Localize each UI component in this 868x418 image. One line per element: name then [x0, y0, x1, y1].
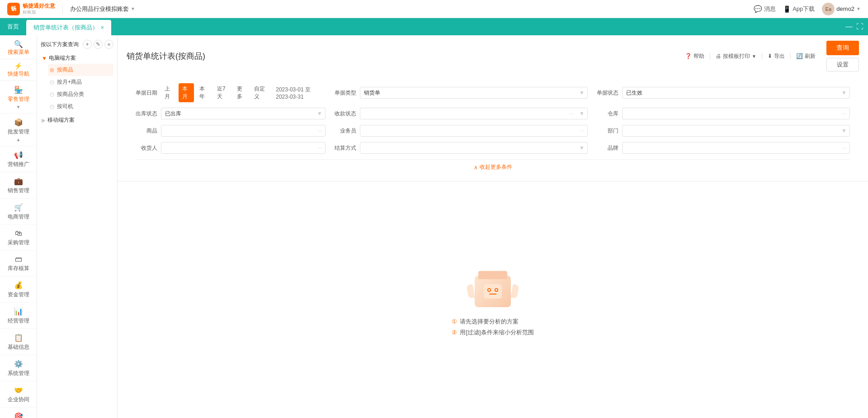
user-area[interactable]: Ea demo2 ▼ — [822, 3, 861, 15]
date-btn-more[interactable]: 更多 — [233, 83, 249, 102]
page-header: 销货单统计表(按商品) ❓ 帮助 🖨 按模板打印 ▼ — [118, 35, 868, 181]
salesperson-more-icon[interactable]: ··· — [577, 128, 587, 134]
pc-scheme-category: ▼ 电脑端方案 ◎ 按商品 ㊀ 按月+商品 ㊀ 按商品分类 — [41, 52, 113, 113]
outstatus-wrapper[interactable]: ▼ — [161, 108, 326, 119]
date-btn-thisyear[interactable]: 本年 — [196, 83, 212, 102]
settlement-input[interactable] — [360, 142, 576, 153]
refresh-btn[interactable]: 🔄 刷新 — [796, 52, 816, 60]
receiver-input[interactable] — [161, 142, 315, 153]
scheme-item-month-product[interactable]: ㊀ 按月+商品 — [48, 76, 113, 88]
payment-more-icon[interactable]: ··· — [566, 110, 576, 117]
payment-dropdown-icon[interactable]: ▼ — [576, 110, 587, 117]
sidebar-item-ecommerce[interactable]: 🛒 电商管理 — [0, 199, 37, 225]
receiver-more-icon[interactable]: ··· — [315, 145, 325, 151]
sidebar-item-operation[interactable]: 📊 经营管理 — [0, 303, 37, 329]
department-input[interactable] — [623, 125, 839, 136]
doctype-dropdown-icon[interactable]: ▼ — [576, 90, 587, 96]
payment-input[interactable] — [360, 108, 566, 119]
sidebar-item-retail[interactable]: 🏪 零售管理 ▼ — [0, 81, 37, 114]
sidebar-item-basic[interactable]: 📋 基础信息 — [0, 329, 37, 355]
brand-input[interactable] — [623, 142, 840, 153]
scheme-item-category[interactable]: ㊀ 按商品分类 — [48, 88, 113, 100]
marketing-icon: 📢 — [14, 151, 23, 159]
sidebar-item-wholesale[interactable]: 📦 批发管理 ▲ — [0, 114, 37, 146]
scheme-item-driver[interactable]: ㊀ 按司机 — [48, 100, 113, 113]
sidebar-enterprise-label: 企业协同 — [8, 396, 29, 404]
sidebar-item-sales[interactable]: 💼 销售管理 — [0, 172, 37, 199]
docstatus-input-wrapper[interactable]: ▼ — [622, 87, 850, 99]
help-btn[interactable]: ❓ 帮助 — [685, 52, 704, 60]
date-btn-custom[interactable]: 自定义 — [250, 83, 270, 102]
sidebar-item-system[interactable]: ⚙️ 系统管理 — [0, 355, 37, 381]
sidebar-system-label: 系统管理 — [8, 370, 29, 377]
sidebar-item-finance[interactable]: 💰 资金管理 — [0, 276, 37, 303]
settlement-dropdown-icon[interactable]: ▼ — [576, 145, 587, 151]
settlement-wrapper[interactable]: ▼ — [360, 142, 588, 154]
template-print-btn[interactable]: 🖨 按模板打印 ▼ — [716, 52, 756, 60]
filter-brand: 品牌 ··· — [597, 142, 850, 154]
scheme-item-label-product: 按商品 — [57, 66, 73, 74]
tab-home-label: 首页 — [7, 23, 19, 31]
scheme-item-product[interactable]: ◎ 按商品 — [48, 64, 113, 76]
sidebar-item-purchase[interactable]: 🛍 采购管理 — [0, 225, 37, 251]
tab-bar-right: — ⛶ — [845, 23, 868, 30]
sidebar-item-guide[interactable]: 🎯 新手引导 — [0, 408, 37, 418]
sidebar-item-marketing[interactable]: 📢 营销推广 — [0, 146, 37, 172]
docstatus-input[interactable] — [623, 87, 839, 98]
sidebar-quick-nav[interactable]: ⚡ 快捷导航 — [0, 59, 37, 81]
doctype-input-wrapper[interactable]: ▼ — [360, 87, 588, 99]
pc-category-header[interactable]: ▼ 电脑端方案 — [41, 52, 113, 64]
product-input[interactable] — [161, 125, 315, 136]
outstatus-dropdown-icon[interactable]: ▼ — [314, 110, 325, 117]
brand-more-icon[interactable]: ··· — [840, 145, 849, 151]
doctype-input[interactable] — [360, 87, 576, 98]
warehouse-wrapper[interactable]: ··· — [622, 108, 850, 119]
department-dropdown-icon[interactable]: ▼ — [839, 128, 849, 134]
sidebar-item-inventory[interactable]: 🗃 库存核算 — [0, 251, 37, 276]
empty-illustration — [466, 262, 520, 307]
filter-department: 部门 ▼ — [597, 125, 850, 137]
scheme-edit-btn[interactable]: ✎ — [94, 40, 103, 49]
scheme-item-label-driver: 按司机 — [57, 103, 73, 110]
query-btn[interactable]: 查询 — [826, 41, 859, 55]
brand-wrapper[interactable]: ··· — [622, 142, 850, 154]
warehouse-input[interactable] — [623, 108, 840, 119]
sidebar-search[interactable]: 🔍 搜索菜单 — [0, 35, 37, 59]
receiver-wrapper[interactable]: ··· — [161, 142, 326, 154]
robot-eye-right — [495, 288, 498, 292]
product-more-icon[interactable]: ··· — [315, 128, 325, 134]
message-btn[interactable]: 💬 消息 — [754, 5, 776, 13]
workspace-name: 办公用品行业模拟账套 — [70, 5, 129, 13]
sidebar-item-enterprise[interactable]: 🤝 企业协同 — [0, 381, 37, 408]
payment-wrapper[interactable]: ··· ▼ — [360, 108, 588, 119]
department-wrapper[interactable]: ▼ — [622, 125, 850, 137]
enterprise-icon: 🤝 — [14, 386, 23, 394]
outstatus-input[interactable] — [161, 108, 314, 119]
salesperson-input[interactable] — [360, 125, 577, 136]
tab-home[interactable]: 首页 — [0, 18, 26, 35]
export-icon: ⬇ — [768, 53, 772, 59]
settings-btn[interactable]: 设置 — [826, 58, 859, 71]
tab-close-btn[interactable]: × — [101, 24, 104, 31]
collapse-btn[interactable]: ∧ 收起更多条件 — [474, 163, 512, 171]
date-btn-thismonth[interactable]: 本月 — [179, 83, 194, 102]
mobile-category-header[interactable]: ▶ 移动端方案 — [41, 114, 113, 126]
export-btn[interactable]: ⬇ 导出 — [768, 52, 785, 60]
date-btn-lastmonth[interactable]: 上月 — [161, 83, 177, 102]
product-wrapper[interactable]: ··· — [161, 125, 326, 137]
tab-minimize-btn[interactable]: — — [845, 23, 853, 30]
warehouse-more-icon[interactable]: ··· — [840, 110, 849, 117]
tab-maximize-btn[interactable]: ⛶ — [856, 23, 863, 30]
workspace-selector[interactable]: 办公用品行业模拟账套 ▼ — [70, 5, 135, 13]
scheme-collapse-btn[interactable]: « — [104, 40, 113, 49]
tab-active[interactable]: 销货单统计表（按商品） × — [26, 20, 111, 35]
salesperson-wrapper[interactable]: ··· — [360, 125, 588, 137]
scheme-add-btn[interactable]: + — [83, 40, 92, 49]
date-btn-7days[interactable]: 近7天 — [213, 83, 231, 102]
username: demo2 — [836, 5, 854, 12]
operation-icon: 📊 — [14, 307, 23, 316]
app-download-btn[interactable]: 📱 App下载 — [783, 5, 815, 13]
scheme-item-label-month: 按月+商品 — [57, 78, 82, 86]
salesperson-label: 业务员 — [335, 127, 360, 135]
docstatus-dropdown-icon[interactable]: ▼ — [839, 90, 849, 96]
